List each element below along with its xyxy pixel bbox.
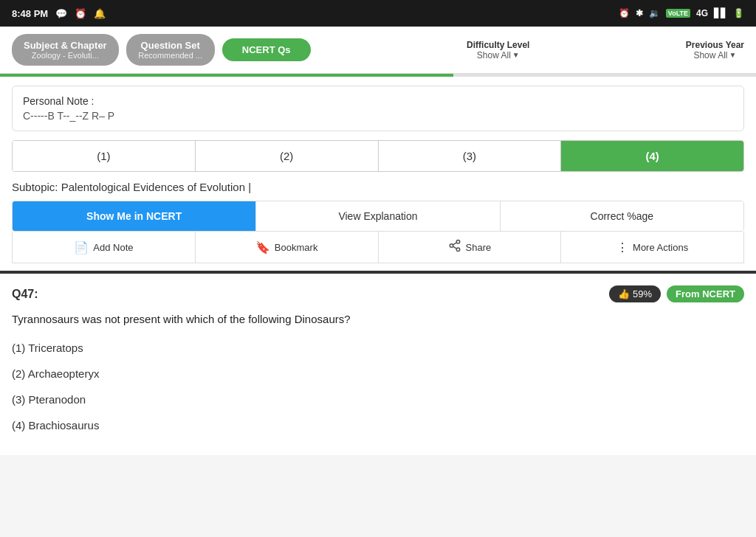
clock-icon: ⏰ [75,8,86,19]
status-left: 8:48 PM 💬 ⏰ 🔔 [12,8,106,19]
battery-icon: 🔋 [733,8,744,18]
prev-year-chevron: ▼ [729,51,736,59]
note-label: Personal Note : [23,95,733,107]
more-actions-label: More Actions [633,242,688,253]
difficulty-filter[interactable]: Difficulty Level Show All ▼ [467,40,529,60]
subtopic: Subtopic: Palentological Evidences of Ev… [12,181,744,193]
difficulty-label: Difficulty Level [467,40,529,50]
bookmark-label: Bookmark [275,242,318,253]
question-badges: 👍 59% From NCERT [609,285,744,302]
progress-bar-area [0,74,756,77]
personal-note: Personal Note : C-----B T--_--Z R– P [12,86,744,131]
question-set-line2: Recommended ... [138,51,203,60]
more-actions-icon: ⋮ [616,240,628,254]
likes-badge: 👍 59% [609,285,661,302]
svg-line-4 [453,243,456,245]
svg-line-3 [453,246,456,249]
prev-year-filter[interactable]: Previous Year Show All ▼ [686,40,744,60]
question-text: Tyrannosaurs was not present with which … [12,311,744,328]
alarm-icon: ⏰ [619,8,630,18]
share-icon [448,239,461,255]
option-4[interactable]: (4) Brachiosaurus [12,418,744,433]
answer-option-3[interactable]: (3) [379,141,562,171]
signal-bars: ▋▋ [714,8,727,18]
share-label: Share [466,242,492,253]
signal-text: 4G [696,8,708,18]
add-note-icon: 📄 [74,240,89,254]
notification-icon: 🔔 [94,8,106,19]
ncert-qs-line1: NCERT Qs [234,44,299,55]
option-2[interactable]: (2) Archaeopteryx [12,366,744,381]
question-header: Q47: 👍 59% From NCERT [12,285,744,302]
difficulty-chevron: ▼ [512,51,520,59]
show-ncert-tab[interactable]: Show Me in NCERT [13,201,256,231]
question-card: Q47: 👍 59% From NCERT Tyrannosaurs was n… [0,271,756,455]
share-button[interactable]: Share [379,232,562,263]
answer-option-4[interactable]: (4) [561,141,743,171]
answer-options: (1) (2) (3) (4) [12,140,744,172]
answer-option-2[interactable]: (2) [196,141,379,171]
difficulty-value: Show All ▼ [477,50,520,60]
subject-chapter-line2: Zoology - Evoluti... [24,51,107,60]
option-1[interactable]: (1) Triceratops [12,340,744,356]
bookmark-icon: 🔖 [255,240,270,254]
add-note-label: Add Note [93,242,133,253]
volte-badge: VoLTE [666,9,690,18]
whatsapp-icon: 💬 [55,8,67,19]
add-note-button[interactable]: 📄 Add Note [13,232,196,263]
volume-icon: 🔉 [649,8,660,18]
progress-fill [0,74,453,77]
bookmark-button[interactable]: 🔖 Bookmark [196,232,379,263]
answer-option-1[interactable]: (1) [13,141,196,171]
option-3[interactable]: (3) Pteranodon [12,392,744,407]
subject-chapter-pill[interactable]: Subject & Chapter Zoology - Evoluti... [12,34,119,66]
question-number: Q47: [12,288,38,301]
bluetooth-icon: ✱ [636,8,643,18]
content-area: Personal Note : C-----B T--_--Z R– P (1)… [0,74,756,455]
svg-point-2 [456,248,460,252]
note-content: C-----B T--_--Z R– P [23,110,733,122]
status-right: ⏰ ✱ 🔉 VoLTE 4G ▋▋ 🔋 [619,8,744,18]
prev-year-value: Show All ▼ [693,50,736,60]
svg-point-0 [456,240,460,244]
ncert-badge: From NCERT [667,285,744,302]
prev-year-label: Previous Year [686,40,744,50]
subject-chapter-line1: Subject & Chapter [24,40,107,51]
status-bar: 8:48 PM 💬 ⏰ 🔔 ⏰ ✱ 🔉 VoLTE 4G ▋▋ 🔋 [0,0,756,27]
more-actions-button[interactable]: ⋮ More Actions [561,232,743,263]
top-nav: Subject & Chapter Zoology - Evoluti... Q… [0,27,756,74]
time-display: 8:48 PM [12,8,48,19]
view-explanation-tab[interactable]: View Explanation [256,201,500,231]
ncert-qs-pill[interactable]: NCERT Qs [222,38,311,61]
svg-point-1 [450,244,453,248]
action-tabs: Show Me in NCERT View Explanation Correc… [12,201,744,232]
question-set-line1: Question Set [138,40,203,51]
question-set-pill[interactable]: Question Set Recommended ... [126,34,215,66]
bottom-actions: 📄 Add Note 🔖 Bookmark Share ⋮ More Actio… [12,232,744,263]
correct-pct-tab[interactable]: Correct %age [501,201,743,231]
